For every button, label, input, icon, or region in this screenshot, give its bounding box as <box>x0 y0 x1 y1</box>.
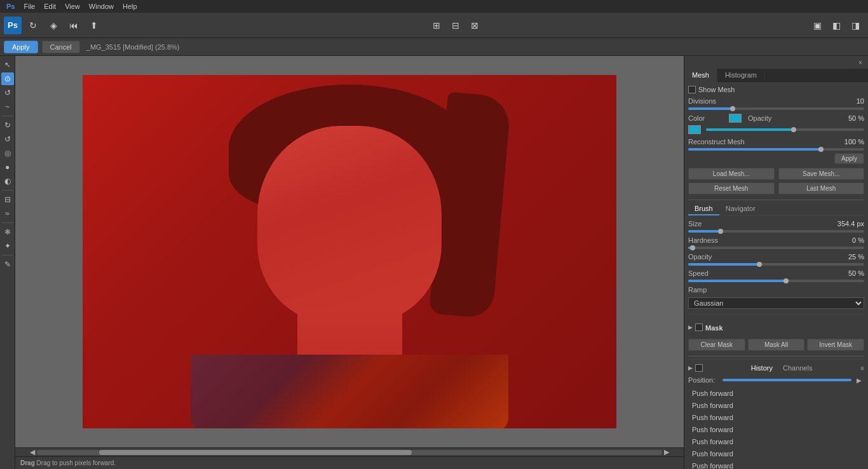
load-mesh-button[interactable]: Load Mesh... <box>688 168 775 180</box>
mask-buttons: Clear Mask Mask All Invert Mask <box>688 339 864 351</box>
menu-view[interactable]: View <box>61 1 84 11</box>
tab-channels[interactable]: Channels <box>778 362 817 374</box>
tab-navigator[interactable]: Navigator <box>719 203 762 215</box>
reconstruct-slider[interactable] <box>688 148 864 151</box>
compare-view-icon[interactable]: ⊠ <box>466 17 484 34</box>
opacity-label: Opacity <box>748 114 786 122</box>
channel-2-icon[interactable]: ◧ <box>827 17 845 34</box>
save-mesh-button[interactable]: Save Mesh... <box>778 168 865 180</box>
history-checkbox[interactable] <box>695 364 703 372</box>
channel-3-icon[interactable]: ◨ <box>846 17 864 34</box>
brush-opacity-slider[interactable] <box>688 263 864 266</box>
divisions-thumb[interactable] <box>730 106 735 111</box>
size-thumb[interactable] <box>718 229 723 234</box>
opacity-thumb[interactable] <box>791 127 796 132</box>
ramp-select[interactable]: Gaussian Linear Flat Sphere <box>688 297 864 309</box>
menu-edit[interactable]: Edit <box>40 1 60 11</box>
hardness-slider[interactable] <box>688 247 864 249</box>
reconstruct-tool[interactable]: ↺ <box>1 86 14 99</box>
bloat-tool[interactable]: ● <box>1 161 14 173</box>
scroll-right-icon[interactable]: ▶ <box>662 448 671 457</box>
clear-mask-button[interactable]: Clear Mask <box>688 339 745 351</box>
divisions-row: Divisions 10 <box>688 97 864 105</box>
menu-window[interactable]: Window <box>85 1 118 11</box>
ramp-row: Ramp <box>688 286 864 294</box>
speed-slider[interactable] <box>688 280 864 282</box>
tab-mesh[interactable]: Mesh <box>684 69 717 82</box>
last-mesh-button[interactable]: Last Mesh <box>778 182 865 194</box>
liquify-icon[interactable]: ◈ <box>44 17 62 34</box>
channel-1-icon[interactable]: ▣ <box>808 17 826 34</box>
show-mesh-checkbox[interactable] <box>688 86 696 93</box>
canvas-image[interactable] <box>83 75 616 428</box>
thaw-mask-tool[interactable]: ✦ <box>1 240 14 252</box>
menu-file[interactable]: File <box>20 1 39 11</box>
scroll-left-icon[interactable]: ◀ <box>28 448 37 457</box>
pointer-tool[interactable]: ↖ <box>1 58 14 71</box>
history-header[interactable]: ▶ <box>688 362 703 374</box>
panel-close-button[interactable]: × <box>855 57 865 67</box>
smooth-tool[interactable]: ~ <box>1 100 14 113</box>
ps-logo-icon: Ps <box>4 17 22 34</box>
mask-all-button[interactable]: Mask All <box>748 339 805 351</box>
color-label: Color <box>688 114 726 122</box>
history-header-row: ▶ History Channels ≡ <box>688 362 864 374</box>
size-slider[interactable] <box>688 230 864 233</box>
pucker-tool[interactable]: ◎ <box>1 147 14 160</box>
push-left-tool[interactable]: ◐ <box>1 175 14 187</box>
grid-view-icon[interactable]: ⊞ <box>428 17 445 34</box>
push-tool[interactable]: ⊙ <box>1 72 14 85</box>
reconstruct-apply-button[interactable]: Apply <box>834 153 864 164</box>
reconstruct-thumb[interactable] <box>818 147 824 152</box>
tab-brush[interactable]: Brush <box>688 203 719 215</box>
cancel-button[interactable]: Cancel <box>42 41 80 53</box>
refresh-icon[interactable]: ↻ <box>24 17 42 34</box>
split-view-icon[interactable]: ⊟ <box>447 17 465 34</box>
history-position-slider[interactable] <box>722 379 851 381</box>
reset-mesh-button[interactable]: Reset Mesh <box>688 182 775 194</box>
clockwise-warp-tool[interactable]: ↻ <box>1 119 14 132</box>
apply-button[interactable]: Apply <box>4 41 38 53</box>
hardness-thumb[interactable] <box>690 245 695 250</box>
share-icon[interactable]: ⬆ <box>85 17 103 34</box>
figure-red-overlay <box>83 75 616 428</box>
color-opacity-row: Color Opacity 50 % <box>688 114 864 123</box>
mirror-tool[interactable]: ⊟ <box>1 193 14 206</box>
top-toolbar: Ps ↻ ◈ ⏮ ⬆ ⊞ ⊟ ⊠ ▣ ◧ ◨ <box>0 13 868 38</box>
hardness-slider-row <box>688 247 864 249</box>
history-item[interactable]: Push forward <box>688 400 864 411</box>
history-item[interactable]: Push forward <box>688 412 864 423</box>
tab-histogram[interactable]: Histogram <box>717 69 765 81</box>
canvas-container[interactable] <box>15 56 684 447</box>
eyedropper-tool[interactable]: ✎ <box>1 258 14 271</box>
speed-slider-row <box>688 280 864 282</box>
brush-opacity-thumb[interactable] <box>757 262 762 267</box>
mask-header[interactable]: ▶ Mask <box>688 318 864 336</box>
history-item[interactable]: Push forward <box>688 424 864 435</box>
reconstruct-slider-row <box>688 148 864 151</box>
mask-checkbox[interactable] <box>695 323 703 331</box>
counter-warp-tool[interactable]: ↺ <box>1 133 14 146</box>
history-item[interactable]: Push forward <box>688 448 864 459</box>
reconstruct-fill <box>688 148 820 151</box>
opacity-fill <box>706 128 793 131</box>
step-back-icon[interactable]: ⏮ <box>65 17 83 34</box>
history-item[interactable]: Push forward <box>688 388 864 399</box>
hscroll-track[interactable] <box>37 450 662 455</box>
tab-history[interactable]: History <box>746 362 778 374</box>
canvas-hscroll[interactable]: ◀ ▶ <box>15 447 684 456</box>
invert-mask-button[interactable]: Invert Mask <box>807 339 864 351</box>
color-swatch[interactable] <box>729 114 742 123</box>
hscroll-thumb[interactable] <box>99 450 412 455</box>
menu-help[interactable]: Help <box>119 1 141 11</box>
divisions-slider[interactable] <box>688 107 864 110</box>
history-pos-end[interactable]: ▶ <box>854 375 864 385</box>
turbulence-tool[interactable]: ≈ <box>1 207 14 220</box>
history-item[interactable]: Push forward <box>688 460 864 469</box>
history-options-icon[interactable]: ≡ <box>860 365 864 372</box>
history-item[interactable]: Push forward <box>688 436 864 447</box>
freeze-mask-tool[interactable]: ❄ <box>1 226 14 238</box>
opacity-slider[interactable] <box>706 128 864 131</box>
speed-thumb[interactable] <box>783 278 789 283</box>
history-collapse-arrow: ▶ <box>688 365 693 371</box>
